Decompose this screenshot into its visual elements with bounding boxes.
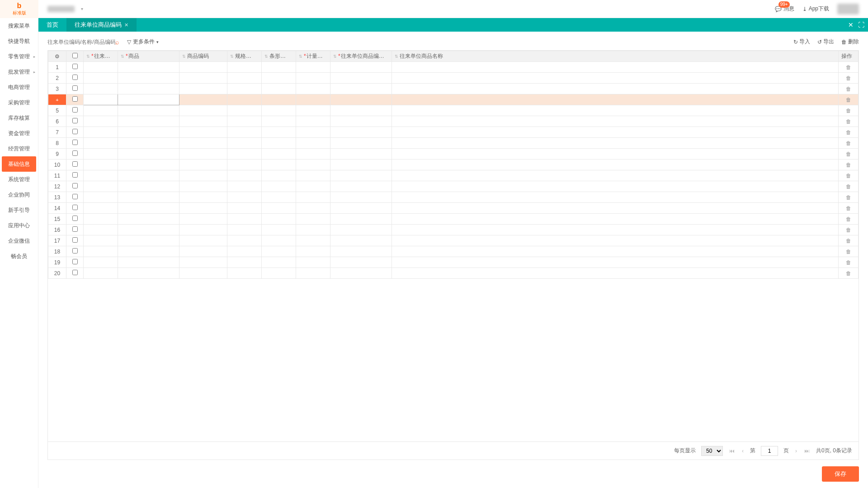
top-header: b 标准版 ▾ 💬 消息 99+ ⤓ App下载 bbox=[0, 0, 868, 18]
company-dropdown[interactable]: ▾ bbox=[47, 6, 83, 12]
download-icon: ⤓ bbox=[802, 6, 807, 12]
tab-current[interactable]: 往来单位商品编码 ✕ bbox=[66, 18, 137, 32]
tab-home-label: 首页 bbox=[47, 21, 58, 29]
messages-button[interactable]: 💬 消息 99+ bbox=[775, 5, 794, 13]
app-download-label: App下载 bbox=[809, 5, 829, 13]
brand-edition: 标准版 bbox=[13, 10, 26, 16]
tab-home[interactable]: 首页 bbox=[38, 18, 66, 32]
top-right: 💬 消息 99+ ⤓ App下载 bbox=[775, 4, 859, 14]
chevron-down-icon: ▾ bbox=[81, 6, 83, 11]
tab-bar: 首页 往来单位商品编码 ✕ ✕ ⛶ bbox=[38, 18, 868, 32]
sidebar: 搜索菜单快捷导航零售管理▸批发管理▸电商管理采购管理库存核算资金管理经营管理基础… bbox=[0, 18, 38, 32]
user-avatar[interactable] bbox=[837, 4, 859, 14]
sidebar-item-0[interactable]: 搜索菜单 bbox=[0, 18, 38, 32]
tab-bar-actions: ✕ ⛶ bbox=[848, 18, 864, 32]
tab-current-label: 往来单位商品编码 bbox=[75, 21, 122, 29]
fullscreen-icon[interactable]: ⛶ bbox=[858, 21, 864, 28]
company-name-blurred bbox=[47, 6, 75, 12]
close-all-icon[interactable]: ✕ bbox=[848, 21, 854, 28]
logo-icon: b bbox=[17, 2, 22, 10]
app-download-button[interactable]: ⤓ App下载 bbox=[802, 5, 829, 13]
messages-badge: 99+ bbox=[778, 1, 790, 8]
tab-close-icon[interactable]: ✕ bbox=[124, 22, 128, 28]
top-left: b 标准版 ▾ bbox=[0, 0, 83, 18]
brand-logo[interactable]: b 标准版 bbox=[0, 0, 38, 18]
